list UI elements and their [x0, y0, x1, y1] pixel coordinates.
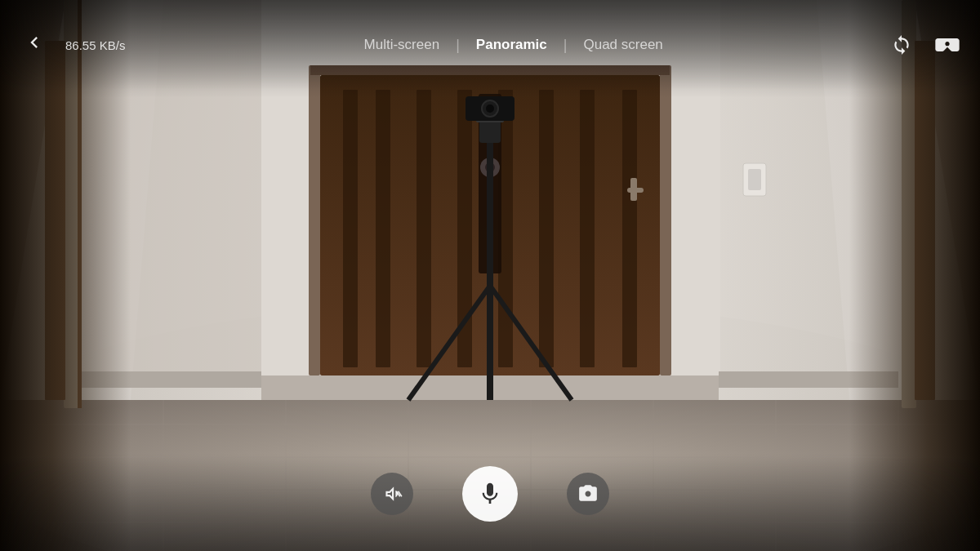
separator-2: | — [564, 37, 568, 54]
camera-view: 86.55 KB/s Multi-screen | Panoramic | Qu… — [0, 0, 980, 551]
microphone-button[interactable] — [462, 466, 518, 522]
separator-1: | — [456, 37, 460, 54]
svg-rect-26 — [660, 65, 671, 375]
tab-multi-screen[interactable]: Multi-screen — [354, 33, 450, 56]
tab-panoramic[interactable]: Panoramic — [466, 33, 557, 56]
bottom-bar — [0, 453, 980, 551]
bandwidth-display: 86.55 KB/s — [65, 38, 125, 52]
svg-rect-35 — [622, 90, 637, 367]
svg-point-52 — [486, 104, 494, 113]
svg-rect-28 — [343, 90, 358, 367]
svg-rect-40 — [630, 178, 637, 201]
svg-rect-29 — [376, 90, 390, 367]
snapshot-button[interactable] — [567, 473, 609, 515]
svg-rect-30 — [416, 90, 431, 367]
vr-button[interactable] — [931, 29, 964, 61]
top-icons — [885, 29, 964, 61]
tab-quad-screen[interactable]: Quad screen — [573, 33, 672, 56]
rotate-button[interactable] — [885, 29, 918, 61]
svg-rect-34 — [580, 90, 595, 367]
svg-rect-25 — [309, 65, 320, 375]
top-bar: 86.55 KB/s Multi-screen | Panoramic | Qu… — [0, 0, 980, 90]
view-mode-tabs: Multi-screen | Panoramic | Quad screen — [141, 33, 885, 56]
svg-rect-33 — [539, 90, 554, 367]
svg-rect-43 — [748, 169, 761, 190]
volume-button[interactable] — [371, 473, 413, 515]
back-button[interactable] — [16, 24, 52, 66]
